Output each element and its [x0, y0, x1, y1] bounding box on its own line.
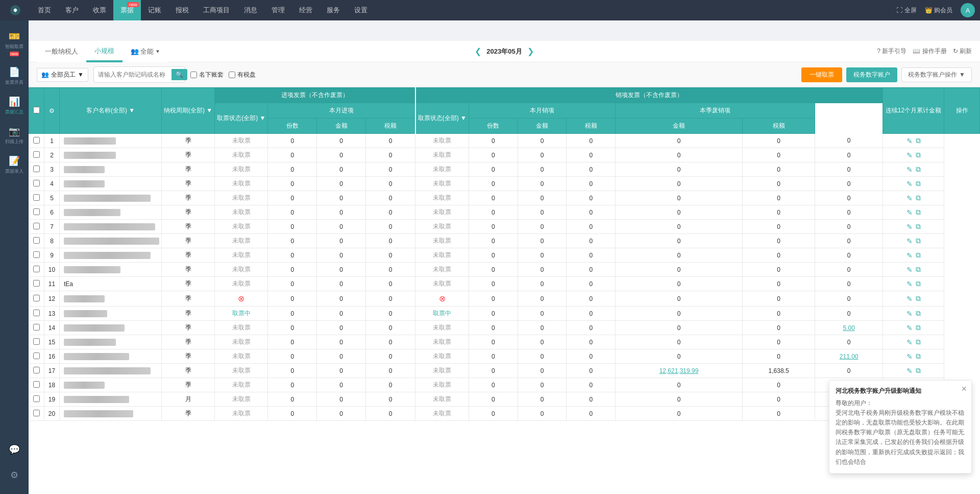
row-checkbox[interactable] [33, 194, 40, 201]
row-checkbox[interactable] [33, 137, 40, 144]
td-checkbox[interactable] [29, 162, 44, 177]
checkbox-taxdisk[interactable]: 有税盘 [229, 70, 256, 79]
copy-icon[interactable]: ⧉ [916, 323, 921, 332]
row-checkbox[interactable] [33, 381, 40, 388]
checkbox-taxdisk-input[interactable] [229, 72, 235, 78]
row-checkbox[interactable] [33, 324, 40, 331]
td-checkbox[interactable] [29, 191, 44, 205]
date-next-btn[interactable]: ❯ [527, 46, 534, 56]
td-checkbox[interactable] [29, 234, 44, 248]
tax-digital-ops-btn[interactable]: 税务数字账户操作 ▼ [901, 67, 972, 82]
select-all-checkbox[interactable] [33, 107, 40, 113]
refresh-btn[interactable]: ↻ 刷新 [953, 47, 972, 56]
edit-icon[interactable]: ✎ [906, 367, 913, 375]
copy-icon[interactable]: ⧉ [916, 179, 921, 188]
row-checkbox[interactable] [33, 410, 40, 416]
copy-icon[interactable]: ⧉ [916, 136, 921, 145]
row-checkbox[interactable] [33, 251, 40, 258]
td-checkbox[interactable] [29, 378, 44, 392]
nav-receive[interactable]: 收票 [86, 0, 113, 20]
row-checkbox[interactable] [33, 208, 40, 215]
td-checkbox[interactable] [29, 335, 44, 349]
td-checkbox[interactable] [29, 134, 44, 148]
copy-icon[interactable]: ⧉ [916, 194, 921, 202]
copy-icon[interactable]: ⧉ [916, 279, 921, 288]
one-click-btn[interactable]: 一键取票 [801, 67, 842, 82]
row-checkbox[interactable] [33, 166, 40, 172]
user-avatar[interactable]: A [961, 3, 975, 17]
copy-icon[interactable]: ⧉ [916, 352, 921, 361]
row-checkbox[interactable] [33, 280, 40, 287]
edit-icon[interactable]: ✎ [906, 151, 913, 159]
copy-icon[interactable]: ⧉ [916, 237, 921, 245]
checkbox-subledger-input[interactable] [190, 72, 197, 78]
date-prev-btn[interactable]: ❮ [475, 46, 481, 56]
row-checkbox[interactable] [33, 367, 40, 373]
checkbox-subledger[interactable]: 名下账套 [190, 70, 224, 79]
row-checkbox[interactable] [33, 223, 40, 229]
copy-icon[interactable]: ⧉ [916, 165, 921, 174]
row-checkbox[interactable] [33, 338, 40, 345]
nav-settings[interactable]: 设置 [347, 0, 375, 20]
nav-message[interactable]: 消息 [237, 0, 264, 20]
tab-all[interactable]: 👥 全能 ▼ [122, 41, 168, 62]
nav-customer[interactable]: 客户 [58, 0, 86, 20]
edit-icon[interactable]: ✎ [906, 324, 913, 332]
employee-select[interactable]: 👥 全部员工 ▼ [37, 68, 88, 82]
sidebar-item-invoice-summary[interactable]: 📊 票据汇总 [0, 91, 29, 121]
tab-general[interactable]: 一般纳税人 [37, 41, 86, 62]
td-checkbox[interactable] [29, 263, 44, 277]
nav-business[interactable]: 工商项目 [196, 0, 237, 20]
guide-btn[interactable]: ? 新手引导 [877, 47, 906, 56]
sidebar-settings[interactable]: ⚙ [9, 464, 20, 486]
nav-home[interactable]: 首页 [31, 0, 58, 20]
search-button[interactable]: 🔍 [172, 69, 187, 80]
edit-icon[interactable]: ✎ [906, 352, 913, 361]
nav-invoice[interactable]: 票据new [113, 0, 141, 20]
edit-icon[interactable]: ✎ [906, 208, 913, 217]
nav-manage[interactable]: 管理 [264, 0, 292, 20]
copy-icon[interactable]: ⧉ [916, 294, 921, 303]
manual-btn[interactable]: 📖 操作手册 [913, 47, 946, 56]
search-input[interactable] [98, 71, 169, 78]
edit-icon[interactable]: ✎ [906, 251, 913, 260]
td-checkbox[interactable] [29, 248, 44, 263]
accum-value[interactable]: 211.00 [840, 353, 859, 360]
th-tax-period[interactable]: 纳税周期(全部) ▼ [162, 88, 215, 134]
edit-icon[interactable]: ✎ [906, 338, 913, 346]
tax-digital-btn[interactable]: 税务数字账户 [846, 67, 897, 82]
accum-value[interactable]: 5.00 [843, 324, 854, 332]
app-logo[interactable] [5, 0, 26, 20]
return-amount[interactable]: 12,621,319.99 [659, 367, 699, 374]
edit-icon[interactable]: ✎ [906, 280, 913, 288]
edit-icon[interactable]: ✎ [906, 194, 913, 202]
nav-bookkeeping[interactable]: 记账 [141, 0, 168, 20]
edit-icon[interactable]: ✎ [906, 137, 913, 145]
nav-service[interactable]: 服务 [320, 0, 347, 20]
sidebar-msg[interactable]: 💬 [9, 439, 20, 460]
sidebar-item-scan[interactable]: 📷 扫描上传 [0, 121, 29, 150]
fullscreen-btn[interactable]: ⛶ 全屏 [896, 6, 916, 15]
copy-icon[interactable]: ⧉ [916, 251, 921, 260]
edit-icon[interactable]: ✎ [906, 237, 913, 245]
copy-icon[interactable]: ⧉ [916, 265, 921, 274]
nav-tax[interactable]: 报税 [168, 0, 196, 20]
row-checkbox[interactable] [33, 151, 40, 158]
row-checkbox[interactable] [33, 180, 40, 186]
edit-icon[interactable]: ✎ [906, 266, 913, 274]
copy-icon[interactable]: ⧉ [916, 338, 921, 346]
td-checkbox[interactable] [29, 349, 44, 364]
td-checkbox[interactable] [29, 307, 44, 321]
th-customer-name[interactable]: 客户名称(全部) ▼ [60, 88, 162, 134]
td-checkbox[interactable] [29, 291, 44, 307]
sidebar-item-invoice-issue[interactable]: 📄 发票开具 [0, 61, 29, 91]
sidebar-item-smart-invoice[interactable]: 🎫 智能取票 new [0, 26, 29, 61]
row-checkbox[interactable] [33, 352, 40, 359]
row-checkbox[interactable] [33, 237, 40, 244]
tab-small-scale[interactable]: 小规模 [86, 41, 122, 62]
edit-icon[interactable]: ✎ [906, 180, 913, 188]
copy-icon[interactable]: ⧉ [916, 151, 921, 159]
td-checkbox[interactable] [29, 220, 44, 234]
notification-close-btn[interactable]: ✕ [961, 385, 967, 393]
row-checkbox[interactable] [33, 310, 40, 316]
